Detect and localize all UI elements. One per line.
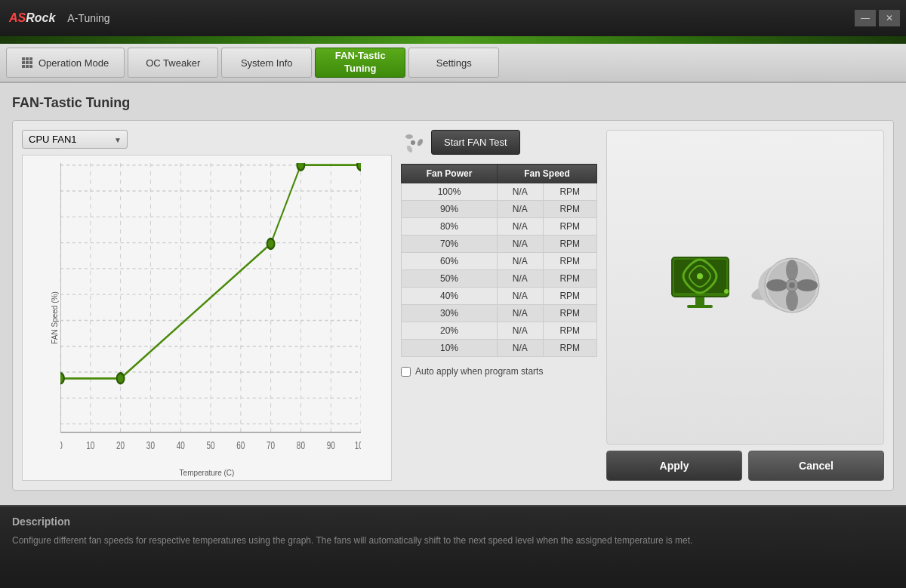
start-fan-test-button[interactable]: Start FAN Test [431, 130, 520, 155]
svg-text:20: 20 [116, 439, 125, 451]
tab-system-info[interactable]: System Info [221, 48, 312, 78]
apply-button[interactable]: Apply [606, 451, 742, 481]
minimize-button[interactable]: — [855, 10, 876, 26]
fan-power-cell: 100% [402, 183, 498, 201]
auto-apply-label[interactable]: Auto apply when program starts [415, 366, 543, 377]
table-row: 30%N/ARPM [402, 305, 597, 322]
fan-unit-cell: RPM [543, 288, 596, 305]
table-row: 90%N/ARPM [402, 201, 597, 218]
monitor-icon [668, 254, 744, 322]
tab-settings[interactable]: Settings [408, 48, 499, 78]
fan-unit-cell: RPM [543, 305, 596, 322]
svg-text:50: 50 [206, 439, 214, 451]
fan-illustration [668, 254, 822, 322]
description-bar: Description Configure different fan spee… [0, 505, 906, 588]
svg-point-57 [697, 273, 703, 279]
auto-apply-row: Auto apply when program starts [401, 366, 597, 377]
chart-area: CPU FAN1 CPU FAN2 CHASSIS FAN1 CHASSIS F… [22, 130, 392, 481]
app-name: A-Tuning [67, 12, 109, 24]
table-row: 20%N/ARPM [402, 322, 597, 340]
svg-point-53 [405, 144, 413, 153]
right-panel: Apply Cancel [606, 130, 884, 481]
fan-power-cell: 30% [402, 305, 498, 322]
svg-point-52 [416, 137, 424, 146]
green-banner [0, 36, 906, 44]
svg-point-66 [797, 279, 818, 291]
x-axis-label: Temperature (C) [180, 469, 235, 477]
action-buttons: Apply Cancel [606, 451, 884, 481]
fan-speed-cell: N/A [498, 236, 544, 253]
table-row: 80%N/ARPM [402, 218, 597, 236]
svg-point-65 [786, 260, 798, 281]
fan-unit-cell: RPM [543, 340, 596, 357]
fan-speed-cell: N/A [498, 218, 544, 236]
col-fan-speed: Fan Speed [498, 165, 597, 183]
tab-fan-tastic-tuning[interactable]: FAN-TasticTuning [315, 48, 405, 78]
svg-point-50 [357, 163, 361, 171]
cancel-button[interactable]: Cancel [748, 451, 884, 481]
svg-rect-59 [687, 305, 713, 308]
tab-label: System Info [241, 57, 293, 69]
fan-unit-cell: RPM [543, 253, 596, 270]
fan-power-cell: 70% [402, 236, 498, 253]
table-row: 40%N/ARPM [402, 288, 597, 305]
svg-point-49 [297, 163, 304, 171]
titlebar: ASRock A-Tuning — ✕ [0, 0, 906, 36]
tab-label: Settings [436, 57, 472, 69]
fan-power-cell: 40% [402, 288, 498, 305]
inner-panel: CPU FAN1 CPU FAN2 CHASSIS FAN1 CHASSIS F… [12, 120, 894, 491]
svg-point-67 [786, 290, 798, 311]
svg-point-54 [411, 140, 415, 145]
svg-point-47 [117, 373, 125, 383]
svg-point-51 [405, 134, 413, 139]
tab-operation-mode[interactable]: Operation Mode [6, 48, 125, 78]
svg-point-70 [789, 282, 795, 288]
svg-point-46 [60, 373, 64, 383]
svg-text:90: 90 [327, 439, 335, 451]
fan-unit-cell: RPM [543, 322, 596, 340]
svg-point-48 [267, 239, 275, 249]
col-fan-power: Fan Power [402, 165, 498, 183]
chart-container: 0 10 20 30 40 50 60 70 80 90 100 0 10 20… [22, 155, 392, 481]
fan-speed-cell: N/A [498, 253, 544, 270]
fan-speed-cell: N/A [498, 201, 544, 218]
app-logo: ASRock [9, 11, 55, 25]
svg-point-68 [766, 279, 787, 291]
fan-power-cell: 60% [402, 253, 498, 270]
table-row: 60%N/ARPM [402, 253, 597, 270]
fan-test-area: Start FAN Test Fan Power Fan Speed 100%N… [401, 130, 597, 481]
fan-test-header: Start FAN Test [401, 130, 597, 155]
fan-unit-cell: RPM [543, 218, 596, 236]
svg-rect-58 [695, 297, 704, 305]
svg-text:30: 30 [146, 439, 155, 451]
fan-speed-cell: N/A [498, 305, 544, 322]
fan-select[interactable]: CPU FAN1 CPU FAN2 CHASSIS FAN1 CHASSIS F… [22, 130, 128, 149]
tab-label: FAN-TasticTuning [335, 50, 386, 75]
close-button[interactable]: ✕ [879, 10, 900, 26]
svg-text:70: 70 [267, 439, 275, 451]
fan-speed-cell: N/A [498, 340, 544, 357]
grid-icon [22, 57, 32, 68]
table-row: 50%N/ARPM [402, 270, 597, 288]
fan-chart[interactable]: 0 10 20 30 40 50 60 70 80 90 100 0 10 20… [60, 163, 361, 453]
fan-unit-cell: RPM [543, 270, 596, 288]
fan-power-cell: 20% [402, 322, 498, 340]
fan-icon [747, 254, 822, 322]
fan-speed-cell: N/A [498, 322, 544, 340]
svg-text:80: 80 [297, 439, 305, 451]
table-row: 100%N/ARPM [402, 183, 597, 201]
fan-power-cell: 90% [402, 201, 498, 218]
fan-speed-cell: N/A [498, 270, 544, 288]
fan-speed-cell: N/A [498, 183, 544, 201]
nav-bar: Operation Mode OC Tweaker System Info FA… [0, 44, 906, 83]
auto-apply-checkbox[interactable] [401, 367, 411, 377]
tab-oc-tweaker[interactable]: OC Tweaker [128, 48, 218, 78]
fan-unit-cell: RPM [543, 236, 596, 253]
fan-power-cell: 50% [402, 270, 498, 288]
description-text: Configure different fan speeds for respe… [12, 534, 894, 547]
page-title: FAN-Tastic Tuning [12, 95, 894, 111]
svg-text:10: 10 [86, 439, 94, 451]
fan-unit-cell: RPM [543, 183, 596, 201]
svg-text:100: 100 [355, 439, 361, 451]
fan-unit-cell: RPM [543, 201, 596, 218]
